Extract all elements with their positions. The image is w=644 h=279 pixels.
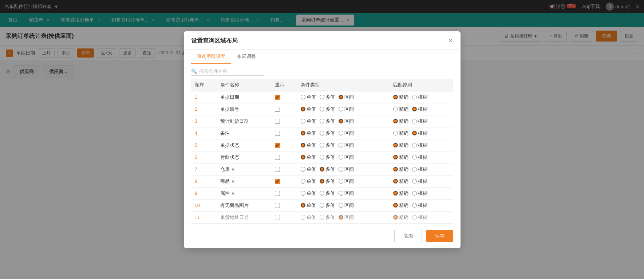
cell-condtype[interactable]: 单值多值区间 — [297, 91, 390, 103]
matchrule-exact-radio[interactable] — [393, 203, 398, 208]
matchrule-exact-radio[interactable] — [393, 143, 398, 148]
show-checkbox[interactable] — [275, 191, 280, 196]
matchrule-fuzzy-radio[interactable] — [412, 95, 417, 99]
condtype-multi-radio[interactable] — [320, 107, 324, 111]
save-button[interactable]: 保存 — [426, 230, 453, 242]
tab-layout-adjust[interactable]: 布局调整 — [231, 50, 262, 64]
show-checkbox[interactable] — [275, 143, 280, 148]
matchrule-exact-radio[interactable] — [393, 167, 398, 172]
matchrule-fuzzy-radio[interactable] — [412, 179, 417, 184]
matchrule-exact-radio[interactable] — [393, 107, 398, 111]
condtype-single-radio[interactable] — [301, 131, 305, 135]
matchrule-exact-radio[interactable] — [393, 191, 398, 196]
cell-matchrule[interactable]: 精确模糊 — [390, 175, 453, 187]
cell-show[interactable] — [271, 175, 297, 187]
cell-condtype[interactable]: 单值多值区间 — [297, 187, 390, 199]
condtype-multi-radio[interactable] — [320, 143, 324, 148]
matchrule-fuzzy-radio[interactable] — [412, 107, 417, 111]
condtype-single-radio[interactable] — [301, 107, 305, 111]
condtype-single-radio[interactable] — [301, 167, 305, 172]
condtype-multi-radio[interactable] — [320, 131, 324, 135]
matchrule-exact-radio[interactable] — [393, 131, 398, 135]
condtype-multi-radio[interactable] — [320, 203, 324, 208]
cell-matchrule[interactable]: 精确模糊 — [390, 163, 453, 175]
condtype-single-radio[interactable] — [301, 143, 305, 148]
matchrule-fuzzy-radio[interactable] — [412, 215, 417, 220]
cell-condtype[interactable]: 单值多值区间 — [297, 163, 390, 175]
cell-matchrule[interactable]: 精确模糊 — [390, 103, 453, 115]
matchrule-exact-radio[interactable] — [393, 179, 398, 184]
condtype-range-radio[interactable] — [339, 119, 343, 123]
matchrule-exact-radio[interactable] — [393, 155, 398, 160]
matchrule-fuzzy-radio[interactable] — [412, 167, 417, 172]
cell-show[interactable] — [271, 163, 297, 175]
show-checkbox[interactable] — [275, 131, 280, 136]
condtype-range-radio[interactable] — [339, 143, 343, 148]
cell-matchrule[interactable]: 精确模糊 — [390, 115, 453, 127]
cell-show[interactable] — [271, 103, 297, 115]
cell-matchrule[interactable]: 精确模糊 — [390, 127, 453, 139]
show-checkbox[interactable] — [275, 215, 280, 220]
cell-matchrule[interactable]: 精确模糊 — [390, 187, 453, 199]
matchrule-exact-radio[interactable] — [393, 95, 398, 99]
search-input[interactable] — [199, 68, 257, 74]
condtype-single-radio[interactable] — [301, 179, 305, 184]
cell-show[interactable] — [271, 199, 297, 211]
condtype-multi-radio[interactable] — [320, 167, 324, 172]
condtype-multi-radio[interactable] — [320, 155, 324, 160]
matchrule-fuzzy-radio[interactable] — [412, 155, 417, 160]
condtype-range-radio[interactable] — [339, 131, 343, 135]
matchrule-fuzzy-radio[interactable] — [412, 119, 417, 123]
show-checkbox[interactable] — [275, 155, 280, 160]
cell-condtype[interactable]: 单值多值区间 — [297, 175, 390, 187]
cell-show[interactable] — [271, 127, 297, 139]
condtype-multi-radio[interactable] — [320, 191, 324, 196]
condtype-multi-radio[interactable] — [320, 119, 324, 123]
cell-show[interactable] — [271, 139, 297, 151]
matchrule-fuzzy-radio[interactable] — [412, 191, 417, 196]
condtype-single-radio[interactable] — [301, 95, 305, 99]
show-checkbox[interactable] — [275, 179, 280, 184]
condtype-single-radio[interactable] — [301, 155, 305, 160]
show-checkbox[interactable] — [275, 203, 280, 208]
cell-matchrule[interactable]: 精确模糊 — [390, 199, 453, 211]
matchrule-exact-radio[interactable] — [393, 215, 398, 220]
condtype-range-radio[interactable] — [339, 191, 343, 196]
condtype-single-radio[interactable] — [301, 215, 305, 220]
cell-condtype[interactable]: 单值多值区间 — [297, 103, 390, 115]
cell-show[interactable] — [271, 151, 297, 163]
cell-matchrule[interactable]: 精确模糊 — [390, 151, 453, 163]
condtype-range-radio[interactable] — [339, 203, 343, 208]
matchrule-fuzzy-radio[interactable] — [412, 203, 417, 208]
matchrule-fuzzy-radio[interactable] — [412, 131, 417, 135]
cell-matchrule[interactable]: 精确模糊 — [390, 139, 453, 151]
show-checkbox[interactable] — [275, 107, 280, 112]
cell-matchrule[interactable]: 精确模糊 — [390, 91, 453, 103]
tab-query-fields[interactable]: 查询字段设置 — [191, 50, 231, 64]
modal-close-button[interactable]: ✕ — [448, 38, 453, 44]
condtype-single-radio[interactable] — [301, 203, 305, 208]
cell-show[interactable] — [271, 91, 297, 103]
condtype-range-radio[interactable] — [339, 167, 343, 172]
condtype-single-radio[interactable] — [301, 119, 305, 123]
cell-condtype[interactable]: 单值多值区间 — [297, 151, 390, 163]
condtype-range-radio[interactable] — [339, 107, 343, 111]
cell-condtype[interactable]: 单值多值区间 — [297, 199, 390, 211]
matchrule-fuzzy-radio[interactable] — [412, 143, 417, 148]
condtype-range-radio[interactable] — [339, 155, 343, 160]
condtype-multi-radio[interactable] — [320, 179, 324, 184]
cell-matchrule[interactable]: 精确模糊 — [390, 211, 453, 223]
cell-show[interactable] — [271, 187, 297, 199]
condtype-single-radio[interactable] — [301, 191, 305, 196]
cancel-button[interactable]: 取消 — [394, 230, 422, 242]
cell-show[interactable] — [271, 115, 297, 127]
show-checkbox[interactable] — [275, 167, 280, 172]
condtype-range-radio[interactable] — [339, 95, 343, 99]
cell-show[interactable] — [271, 211, 297, 223]
cell-condtype[interactable]: 单值多值区间 — [297, 211, 390, 223]
condtype-range-radio[interactable] — [339, 215, 343, 220]
cell-condtype[interactable]: 单值多值区间 — [297, 127, 390, 139]
condtype-multi-radio[interactable] — [320, 215, 324, 220]
cell-condtype[interactable]: 单值多值区间 — [297, 115, 390, 127]
condtype-range-radio[interactable] — [339, 179, 343, 184]
